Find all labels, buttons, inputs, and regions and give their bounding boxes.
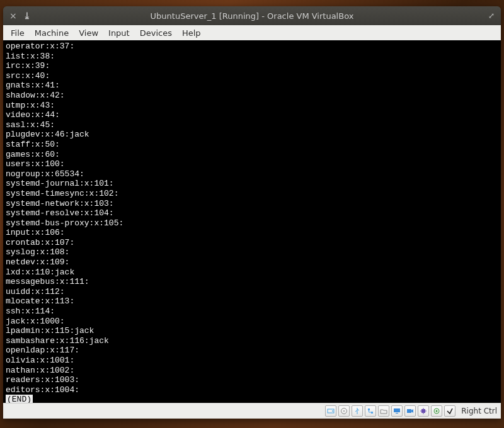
optical-icon[interactable] xyxy=(338,405,350,417)
svg-rect-6 xyxy=(394,408,400,412)
menubar: File Machine View Input Devices Help xyxy=(3,25,501,40)
cpu-icon[interactable] xyxy=(418,405,429,417)
minimize-icon[interactable]: ⤓ xyxy=(23,11,31,21)
terminal-line: systemd-bus-proxy:x:105: xyxy=(6,218,498,228)
terminal-line: sambashare:x:116:jack xyxy=(6,336,498,346)
terminal-line: staff:x:50: xyxy=(6,140,498,150)
terminal-line: editors:x:1004: xyxy=(6,385,498,395)
menu-view[interactable]: View xyxy=(74,27,103,39)
menu-help[interactable]: Help xyxy=(177,27,206,39)
terminal-line: src:x:40: xyxy=(6,71,498,81)
terminal-line: systemd-network:x:103: xyxy=(6,199,498,209)
menu-input[interactable]: Input xyxy=(103,27,135,39)
terminal-line: operator:x:37: xyxy=(6,42,498,52)
terminal-line: systemd-timesync:x:102: xyxy=(6,189,498,199)
terminal-line: systemd-resolve:x:104: xyxy=(6,208,498,218)
svg-point-3 xyxy=(343,410,345,412)
terminal-line: olivia:x:1001: xyxy=(6,356,498,366)
terminal-line: plugdev:x:46:jack xyxy=(6,130,498,140)
terminal-line: lxd:x:110:jack xyxy=(6,268,498,278)
svg-rect-4 xyxy=(368,408,370,410)
menu-devices[interactable]: Devices xyxy=(135,27,177,39)
terminal-line: ssh:x:114: xyxy=(6,307,498,317)
menu-machine[interactable]: Machine xyxy=(30,27,74,39)
svg-point-11 xyxy=(436,410,438,412)
terminal-line: video:x:44: xyxy=(6,110,498,120)
hdd-icon[interactable] xyxy=(325,405,336,417)
mouse-capture-icon[interactable] xyxy=(431,405,442,417)
vm-window: × ⤓ UbuntuServer_1 [Running] - Oracle VM… xyxy=(3,6,501,419)
terminal-line: messagebus:x:111: xyxy=(6,277,498,287)
network-icon[interactable] xyxy=(365,405,376,417)
terminal-line: input:x:106: xyxy=(6,228,498,238)
terminal-line: lpadmin:x:115:jack xyxy=(6,326,498,336)
terminal-line: utmp:x:43: xyxy=(6,101,498,111)
terminal-line: nogroup:x:65534: xyxy=(6,169,498,179)
svg-rect-7 xyxy=(396,413,398,414)
terminal-line: sasl:x:45: xyxy=(6,120,498,130)
terminal-line: nathan:x:1002: xyxy=(6,366,498,376)
window-title: UbuntuServer_1 [Running] - Oracle VM Vir… xyxy=(3,11,501,21)
terminal-line: uuidd:x:112: xyxy=(6,287,498,297)
titlebar: × ⤓ UbuntuServer_1 [Running] - Oracle VM… xyxy=(3,6,501,25)
terminal-line: list:x:38: xyxy=(6,52,498,62)
terminal-line: netdev:x:109: xyxy=(6,257,498,268)
terminal-line: readers:x:1003: xyxy=(6,375,498,385)
svg-rect-9 xyxy=(421,409,425,413)
statusbar: Right Ctrl xyxy=(3,403,501,419)
svg-rect-8 xyxy=(407,409,411,413)
terminal-line: syslog:x:108: xyxy=(6,247,498,257)
terminal-line: users:x:100: xyxy=(6,159,498,169)
menu-file[interactable]: File xyxy=(6,27,30,39)
host-key-icon[interactable] xyxy=(444,405,455,417)
terminal-line: openldap:x:117: xyxy=(6,346,498,356)
pager-end: (END) xyxy=(6,395,33,403)
terminal-line: crontab:x:107: xyxy=(6,238,498,248)
fullscreen-icon[interactable]: ⤢ xyxy=(488,11,495,20)
terminal-line: jack:x:1000: xyxy=(6,317,498,327)
shared-folder-icon[interactable] xyxy=(378,405,389,417)
terminal-line: mlocate:x:113: xyxy=(6,296,498,307)
terminal-line: irc:x:39: xyxy=(6,61,498,71)
host-key-label: Right Ctrl xyxy=(461,407,497,415)
terminal-output[interactable]: operator:x:37:list:x:38:irc:x:39:src:x:4… xyxy=(3,40,501,403)
record-icon[interactable] xyxy=(404,405,416,417)
terminal-line: shadow:x:42: xyxy=(6,91,498,101)
terminal-line: systemd-journal:x:101: xyxy=(6,179,498,189)
terminal-line: gnats:x:41: xyxy=(6,81,498,91)
usb-icon[interactable] xyxy=(352,405,363,417)
terminal-line: games:x:60: xyxy=(6,150,498,160)
svg-point-1 xyxy=(332,410,333,412)
close-icon[interactable]: × xyxy=(9,11,17,21)
display-icon[interactable] xyxy=(391,405,403,417)
